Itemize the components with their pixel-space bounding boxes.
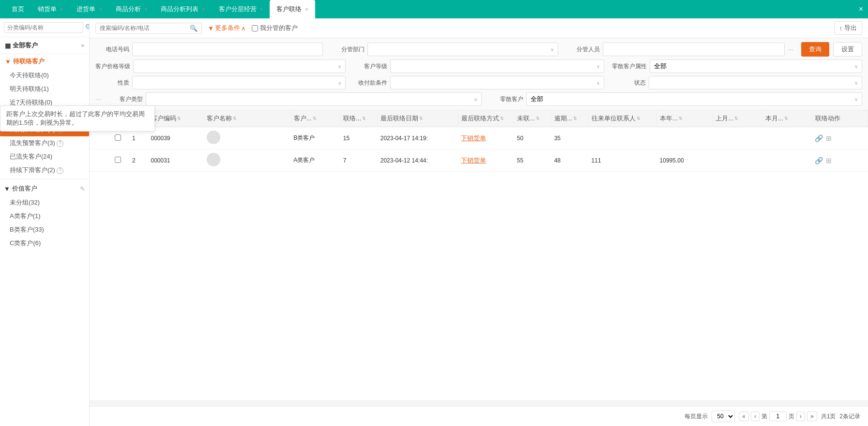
ctype-chevron-icon: ∨ [474, 97, 477, 102]
nav-tab-product-list[interactable]: 商品分析列表 × [154, 0, 212, 18]
per-page-select[interactable]: 50 [712, 411, 735, 422]
col-last-contact-method[interactable]: 最后联络方式 ⇅ [458, 110, 514, 127]
sidebar-item-b-class[interactable]: B类客户(33) [0, 223, 89, 236]
nav-tab-customer-contact[interactable]: 客户联络 × [270, 0, 315, 18]
row-last-contact-method[interactable]: 下销货单 [458, 149, 514, 172]
filter-payment: 收付款条件 ∨ [353, 76, 604, 89]
sidebar-item-ungrouped[interactable]: 未分组(32) [0, 196, 89, 209]
close-product-list-icon[interactable]: × [202, 6, 205, 12]
col-code[interactable]: 客户编码 ⇅ [148, 110, 203, 127]
person-input[interactable] [603, 43, 785, 56]
close-customer-contact-icon[interactable]: × [305, 6, 308, 12]
sidebar-collapse-icon[interactable]: » [81, 42, 84, 49]
nav-tab-product-analysis[interactable]: 商品分析 × [109, 0, 154, 18]
sidebar-item-today[interactable]: 今天待联络(0) [0, 69, 89, 82]
settings-button[interactable]: 设置 [833, 42, 862, 57]
col-type[interactable]: 客户... ⇅ [290, 110, 340, 127]
scatter-cust-chevron-icon: ∨ [854, 97, 858, 102]
sidebar-item-declining[interactable]: 持续下滑客户(2) ? [0, 163, 89, 177]
contact-grid-icon[interactable]: ⊞ [826, 134, 832, 142]
dept-select[interactable]: ∨ [367, 43, 558, 56]
contact-sort-icon: ⇅ [362, 116, 366, 121]
col-overdue[interactable]: 逾期... ⇅ [551, 110, 589, 127]
status-select[interactable]: ∨ [649, 76, 862, 89]
edit-icon[interactable]: ✎ [80, 185, 85, 192]
person-dots-icon[interactable]: ··· [788, 45, 793, 53]
close-customer-segment-icon[interactable]: × [260, 6, 263, 12]
col-partner-contacts[interactable]: 往来单位联系人 ⇅ [589, 110, 657, 127]
row-code: 000039 [148, 127, 203, 149]
row-checkbox[interactable] [112, 149, 129, 172]
scatter-attr-select[interactable]: 全部 ∨ [650, 59, 862, 73]
nature-select[interactable]: ∨ [132, 76, 346, 89]
export-button[interactable]: ↑ 导出 [834, 21, 863, 35]
nav-tab-sales[interactable]: 销货单 × [31, 0, 70, 18]
table-container[interactable]: ⚙ 客户编码 ⇅ 客户名称 [90, 110, 868, 400]
col-last-month[interactable]: 上月... ⇅ [713, 110, 762, 127]
row-name [204, 127, 290, 149]
nav-tab-customer-segment[interactable]: 客户分层经营 × [212, 0, 270, 18]
lastmonth-sort-icon: ⇅ [734, 116, 738, 121]
next-page-btn[interactable]: › [796, 411, 805, 421]
col-last-contact-date[interactable]: 最后联络日期 ⇅ [378, 110, 458, 127]
method-sort-icon: ⇅ [500, 116, 504, 121]
sidebar-search-input[interactable] [4, 22, 83, 33]
value-customers-section[interactable]: ▼ 价值客户 ✎ [0, 181, 89, 196]
main-search-input[interactable] [100, 25, 188, 31]
phone-input[interactable] [132, 43, 323, 56]
customer-type-select[interactable]: ∨ [146, 92, 482, 106]
col-this-month[interactable]: 本月... ⇅ [762, 110, 812, 127]
price-grade-select[interactable]: ∨ [133, 59, 346, 73]
row4-dots-icon[interactable]: ··· [95, 95, 101, 103]
col-this-year[interactable]: 本年... ⇅ [657, 110, 713, 127]
filter-phone: 电话号码 [95, 43, 323, 56]
my-customers-checkbox-label[interactable]: 我分管的客户 [252, 24, 298, 32]
contact-grid-icon[interactable]: ⊞ [826, 157, 832, 164]
horizontal-scrollbar[interactable] [90, 400, 868, 406]
content-area: 🔍 ▼ 更多条件 ∧ 我分管的客户 ↑ 导出 电话号码 [90, 18, 868, 426]
scatter-customer-label: 零散客户 [489, 95, 523, 103]
nav-tab-home[interactable]: 首页 [5, 0, 31, 18]
declining-info-icon[interactable]: ? [57, 167, 63, 174]
nav-tab-purchase[interactable]: 进货单 × [70, 0, 108, 18]
contact-link-icon[interactable]: 🔗 [815, 134, 823, 142]
sidebar-item-tomorrow[interactable]: 明天待联络(1) [0, 82, 89, 96]
sidebar-search-icon[interactable]: 🔍 [85, 24, 90, 31]
person-label: 分管人员 [566, 45, 600, 54]
scatter-customer-select[interactable]: 全部 ∨ [526, 92, 862, 106]
last-page-btn[interactable]: » [807, 411, 817, 421]
page-label: 第 [761, 412, 767, 421]
col-name[interactable]: 客户名称 ⇅ [204, 110, 290, 127]
customer-grade-select[interactable]: ∨ [390, 59, 604, 73]
row-actions: 🔗 ⊞ [812, 149, 868, 172]
row-this-month [762, 149, 812, 172]
page-suffix: 页 [789, 412, 794, 421]
main-search-icon[interactable]: 🔍 [190, 25, 198, 32]
close-sales-icon[interactable]: × [60, 6, 63, 12]
my-customers-checkbox[interactable] [252, 25, 258, 31]
page-number-input[interactable] [769, 411, 787, 421]
col-contact[interactable]: 联络... ⇅ [340, 110, 378, 127]
row-this-month [762, 127, 812, 149]
lost-soon-info-icon[interactable]: ? [57, 140, 63, 147]
col-uncontacted[interactable]: 未联... ⇅ [514, 110, 551, 127]
pending-contact-section[interactable]: ▼ 待联络客户 [0, 54, 89, 69]
status-chevron-icon: ∨ [854, 80, 858, 86]
sidebar-item-a-class[interactable]: A类客户(1) [0, 209, 89, 223]
close-purchase-icon[interactable]: × [99, 6, 102, 12]
payment-select[interactable]: ∨ [390, 76, 604, 89]
sidebar-item-c-class[interactable]: C类客户(6) [0, 236, 89, 250]
row-last-month [713, 127, 762, 149]
sidebar-item-already-lost[interactable]: 已流失客户(24) [0, 150, 89, 163]
sidebar-item-lost-soon[interactable]: 流失预警客户(3) ? [0, 136, 89, 150]
sidebar-all-customers[interactable]: ▦ 全部客户 » [0, 37, 89, 54]
row-type: B类客户 [290, 127, 340, 149]
row-last-contact-method[interactable]: 下销货单 [458, 127, 514, 149]
prev-page-btn[interactable]: ‹ [751, 411, 760, 421]
close-all-btn[interactable]: × [859, 5, 863, 14]
close-product-analysis-icon[interactable]: × [144, 6, 147, 12]
contact-link-icon[interactable]: 🔗 [815, 157, 823, 164]
first-page-btn[interactable]: « [739, 411, 749, 421]
query-button[interactable]: 查询 [801, 42, 829, 57]
more-conditions-btn[interactable]: ▼ 更多条件 ∧ [208, 24, 246, 32]
